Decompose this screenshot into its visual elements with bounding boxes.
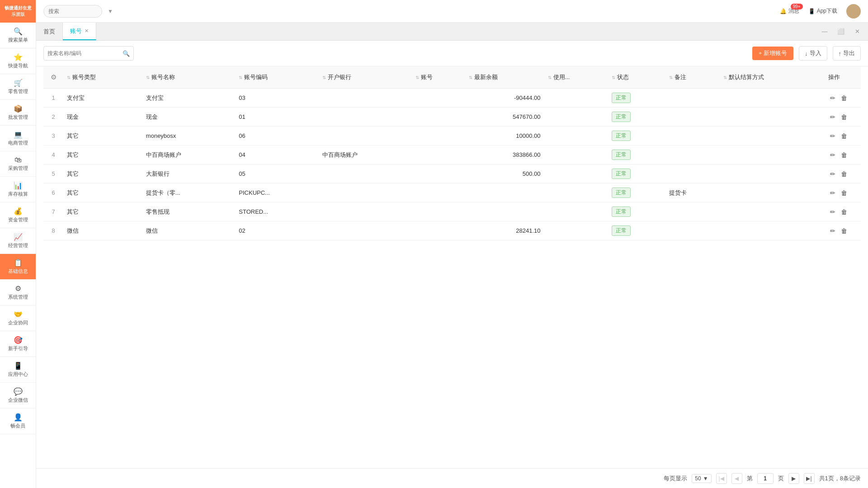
sidebar-item-ecommerce[interactable]: 💻 电商管理 (0, 126, 36, 151)
row-remark (665, 127, 720, 145)
table-search-input[interactable] (47, 50, 120, 56)
sidebar-label-system: 系统管理 (8, 294, 28, 300)
table-search-icon[interactable]: 🔍 (123, 50, 130, 57)
sidebar-icon-enterprise-agreement: 🤝 (14, 310, 23, 319)
delete-button-row-7[interactable]: 🗑 (839, 207, 849, 216)
tab-home[interactable]: 首页 (36, 23, 63, 40)
col-remark-header[interactable]: ⇅备注 (665, 66, 720, 89)
sidebar: 畅捷通好生意 乐渡版 🔍 搜索菜单 ⭐ 快捷导航 🛒 零售管理 📦 批发管理 💻… (0, 0, 36, 488)
export-label: 导出 (843, 49, 855, 57)
col-balance-header[interactable]: ⇅最新余额 (465, 66, 544, 89)
edit-button-row-2[interactable]: ✏ (828, 113, 837, 122)
col-usage-header[interactable]: ⇅使用... (544, 66, 609, 89)
sidebar-label-enterprise-wechat: 企业微信 (8, 397, 28, 404)
row-no: 4 (43, 145, 63, 164)
row-balance: 10000.00 (465, 127, 544, 145)
delete-button-row-3[interactable]: 🗑 (839, 131, 849, 141)
sidebar-item-search[interactable]: 🔍 搜索菜单 (0, 23, 36, 48)
tab-account-label: 账号 (70, 27, 82, 35)
edit-button-row-7[interactable]: ✏ (828, 207, 837, 216)
sidebar-item-purchase[interactable]: 🛍 采购管理 (0, 151, 36, 177)
import-button[interactable]: ↓ 导入 (799, 46, 827, 61)
export-button[interactable]: ↑ 导出 (833, 46, 861, 61)
export-icon: ↑ (839, 50, 842, 57)
sidebar-item-member[interactable]: 👤 畅会员 (0, 408, 36, 434)
column-settings-icon[interactable]: ⚙ (47, 71, 60, 84)
app-download-button[interactable]: 📱 App下载 (808, 7, 837, 15)
delete-button-row-6[interactable]: 🗑 (839, 188, 849, 197)
col-name-header[interactable]: ⇅账号名称 (142, 66, 235, 89)
table-header-row: ⚙ ⇅账号类型 ⇅账号名称 ⇅账号编码 ⇅开户银行 ⇅账号 ⇅最新余额 ⇅使用.… (43, 66, 861, 89)
row-actions: ✏ 🗑 (825, 89, 861, 108)
row-bank (319, 89, 411, 108)
sidebar-icon-search: 🔍 (14, 27, 23, 36)
col-bank-header[interactable]: ⇅开户银行 (319, 66, 411, 89)
sidebar-label-app-center: 应用中心 (8, 371, 28, 378)
per-page-select[interactable]: 50 ▼ (692, 474, 711, 483)
delete-button-row-8[interactable]: 🗑 (839, 226, 849, 235)
page-next-button[interactable]: ▶ (788, 473, 799, 484)
row-code: 01 (235, 108, 319, 127)
edit-button-row-5[interactable]: ✏ (828, 169, 837, 178)
row-code: 03 (235, 89, 319, 108)
sidebar-icon-wholesale: 📦 (14, 104, 23, 113)
edit-button-row-8[interactable]: ✏ (828, 226, 837, 235)
page-last-button[interactable]: ▶| (804, 473, 815, 484)
row-default-settlement (720, 89, 825, 108)
sidebar-item-enterprise-agreement[interactable]: 🤝 企业协同 (0, 305, 36, 331)
edit-button-row-6[interactable]: ✏ (828, 188, 837, 197)
delete-button-row-4[interactable]: 🗑 (839, 150, 849, 160)
window-close-button[interactable]: ✕ (850, 24, 864, 39)
sidebar-icon-new-guide: 🎯 (14, 336, 23, 344)
top-header: ▼ 🔔 消息 99+ 📱 App下载 (36, 0, 868, 23)
new-account-button[interactable]: + 新增账号 (752, 47, 793, 60)
edit-button-row-1[interactable]: ✏ (828, 94, 837, 103)
col-status-header[interactable]: ⇅状态 (608, 66, 665, 89)
sidebar-item-enterprise-wechat[interactable]: 💬 企业微信 (0, 383, 36, 408)
sidebar-item-new-guide[interactable]: 🎯 新手引导 (0, 331, 36, 357)
sidebar-item-inventory[interactable]: 📊 库存核算 (0, 177, 36, 202)
table-row: 7 其它 零售抵现 STORED... 正常 ✏ 🗑 (43, 202, 861, 221)
tab-account[interactable]: 账号 ✕ (63, 23, 96, 40)
col-account-header[interactable]: ⇅账号 (412, 66, 465, 89)
col-code-header[interactable]: ⇅账号编码 (235, 66, 319, 89)
page-number-input[interactable] (757, 473, 774, 484)
delete-button-row-5[interactable]: 🗑 (839, 169, 849, 178)
row-name: 现金 (142, 108, 235, 127)
sidebar-icon-operations: 📈 (14, 233, 23, 241)
page-prev-button[interactable]: ◀ (731, 473, 742, 484)
search-dropdown-arrow[interactable]: ▼ (108, 8, 113, 14)
delete-button-row-1[interactable]: 🗑 (839, 94, 849, 103)
global-search-input[interactable] (43, 5, 102, 18)
tab-home-label: 首页 (43, 28, 55, 36)
col-type-header[interactable]: ⇅账号类型 (63, 66, 142, 89)
row-name: 支付宝 (142, 89, 235, 108)
edit-button-row-4[interactable]: ✏ (828, 150, 837, 160)
row-account (412, 108, 465, 127)
sidebar-item-system[interactable]: ⚙ 系统管理 (0, 280, 36, 305)
sidebar-item-quick-nav[interactable]: ⭐ 快捷导航 (0, 48, 36, 74)
sidebar-item-finance[interactable]: 💰 资金管理 (0, 202, 36, 228)
window-minus-button[interactable]: — (817, 24, 832, 39)
tab-account-close-icon[interactable]: ✕ (85, 28, 89, 34)
sidebar-item-retail[interactable]: 🛒 零售管理 (0, 74, 36, 100)
page-first-button[interactable]: |◀ (716, 473, 727, 484)
row-code: PICKUPC... (235, 183, 319, 202)
row-balance: 383866.00 (465, 145, 544, 164)
sidebar-item-wholesale[interactable]: 📦 批发管理 (0, 100, 36, 126)
row-usage (544, 108, 609, 127)
row-type: 支付宝 (63, 89, 142, 108)
sidebar-item-basic-info[interactable]: 📋 基础信息 (0, 254, 36, 280)
sidebar-label-search: 搜索菜单 (8, 37, 28, 43)
sidebar-item-app-center[interactable]: 📱 应用中心 (0, 357, 36, 383)
row-remark (665, 221, 720, 240)
window-restore-button[interactable]: ⬜ (834, 24, 848, 39)
row-usage (544, 127, 609, 145)
user-avatar[interactable] (846, 4, 861, 19)
delete-button-row-2[interactable]: 🗑 (839, 113, 849, 122)
row-no: 1 (43, 89, 63, 108)
col-default-settlement-header[interactable]: ⇅默认结算方式 (720, 66, 825, 89)
edit-button-row-3[interactable]: ✏ (828, 131, 837, 141)
sidebar-item-operations[interactable]: 📈 经营管理 (0, 228, 36, 254)
messages-button[interactable]: 🔔 消息 99+ (780, 7, 799, 15)
